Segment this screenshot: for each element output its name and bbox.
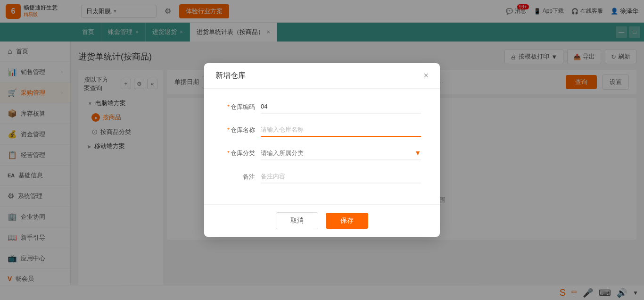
form-row-category: *仓库分类 ▼ [223, 146, 421, 160]
name-label: *仓库名称 [223, 126, 261, 134]
modal-close-button[interactable]: × [423, 71, 429, 81]
form-row-name: *仓库名称 [223, 123, 421, 137]
warehouse-category-input[interactable] [261, 150, 414, 157]
code-label: *仓库编码 [223, 103, 261, 111]
category-label: *仓库分类 [223, 149, 261, 158]
code-required-mark: * [227, 103, 230, 110]
modal-overlay: 新增仓库 × *仓库编码 *仓库名称 *仓库分类 [0, 0, 644, 300]
add-warehouse-dialog: 新增仓库 × *仓库编码 *仓库名称 *仓库分类 [204, 63, 440, 237]
modal-footer: 取消 保存 [204, 204, 440, 237]
name-required-mark: * [227, 126, 230, 133]
modal-body: *仓库编码 *仓库名称 *仓库分类 ▼ [204, 89, 440, 204]
modal-header: 新增仓库 × [204, 63, 440, 89]
cancel-button[interactable]: 取消 [276, 212, 318, 229]
save-button[interactable]: 保存 [326, 213, 368, 229]
form-row-note: 备注 [223, 170, 421, 183]
modal-title: 新增仓库 [215, 71, 246, 81]
category-dropdown-arrow[interactable]: ▼ [414, 149, 421, 157]
warehouse-code-input[interactable] [261, 100, 421, 114]
category-required-mark: * [227, 150, 230, 157]
category-select-row: ▼ [261, 146, 421, 160]
warehouse-note-input[interactable] [261, 170, 421, 183]
warehouse-name-input[interactable] [261, 123, 421, 137]
note-label: 备注 [223, 173, 261, 181]
form-row-code: *仓库编码 [223, 100, 421, 114]
